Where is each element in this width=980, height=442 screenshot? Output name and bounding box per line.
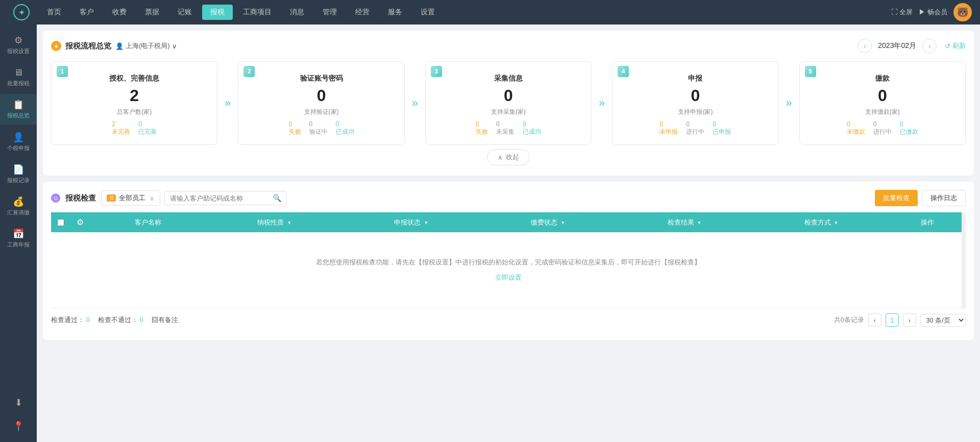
tax-check-title: 报税检查: [65, 193, 96, 203]
batch-check-button[interactable]: 批量检查: [875, 190, 918, 206]
nav-item-operation[interactable]: 经营: [347, 5, 378, 20]
download-icon: ⬇: [13, 397, 24, 408]
step-stats-2: 0 失败 0 验证中 0 已成功: [289, 120, 354, 136]
refresh-label: 刷新: [952, 41, 966, 51]
sidebar-item-tax-settings[interactable]: ⚙ 报税设置: [0, 30, 37, 60]
refresh-button[interactable]: ↺ 刷新: [945, 41, 966, 51]
search-box: 🔍: [164, 191, 287, 205]
tax-overview-icon: 📋: [13, 99, 24, 110]
header-client-name: 客户名称: [90, 212, 206, 232]
nav-item-home[interactable]: 首页: [39, 5, 69, 20]
sidebar-item-download[interactable]: ⬇: [0, 392, 37, 413]
step4-stat-ok: 0 已申报: [713, 120, 731, 136]
date-next-button[interactable]: ›: [922, 39, 937, 53]
pass-value[interactable]: 0: [86, 316, 90, 324]
search-input[interactable]: [170, 194, 273, 202]
membership-btn[interactable]: ▶ 畅会员: [919, 8, 947, 17]
page-next-button[interactable]: ›: [903, 313, 916, 327]
sidebar-item-location[interactable]: 📍: [0, 415, 37, 437]
step-num-4: 4: [618, 66, 629, 77]
step-sub-1: 总客户数(家): [117, 108, 152, 116]
batch-tax-icon: 🖥: [13, 67, 24, 78]
scrollbar-track[interactable]: [962, 212, 966, 308]
step4-stat-mid: 0 进行中: [686, 120, 704, 136]
flow-steps: 1 授权、完善信息 2 总客户数(家) 2 未完善 0 已完善: [51, 61, 966, 145]
step-num-1: 1: [57, 66, 68, 77]
select-all-checkbox[interactable]: [57, 219, 64, 226]
operation-log-button[interactable]: 操作日志: [922, 190, 966, 206]
nav-item-client[interactable]: 客户: [71, 5, 102, 20]
pass-label: 检查通过： 0: [51, 315, 90, 325]
personal-tax-icon: 👤: [13, 132, 24, 143]
step-count-4: 0: [691, 87, 700, 104]
table-settings-button[interactable]: ⚙: [77, 217, 84, 227]
nav-item-business[interactable]: 工商项目: [235, 5, 280, 20]
step5-stat-fail: 0 未缴款: [847, 120, 865, 136]
flow-step-2: 2 验证账号密码 0 支持验证(家) 0 失败 0 验证中: [238, 61, 404, 145]
check-method-filter-icon[interactable]: ▾: [835, 219, 838, 226]
location-selector[interactable]: 👤 上海(电子税局) ∨: [115, 41, 177, 51]
location-chevron-icon: ∨: [172, 42, 177, 50]
nav-item-invoice[interactable]: 票据: [137, 5, 167, 20]
nav-item-manage[interactable]: 管理: [314, 5, 345, 20]
nav-item-message[interactable]: 消息: [282, 5, 312, 20]
sidebar-item-batch-tax[interactable]: 🖥 批量报税: [0, 62, 37, 92]
report-status-filter-icon[interactable]: ▾: [425, 219, 428, 226]
membership-icon: ▶: [919, 8, 925, 16]
sidebar-item-tax-records[interactable]: 📄 报税记录: [0, 159, 37, 189]
header-settings-cell: ⚙: [70, 212, 90, 232]
step1-stat-fail: 2 未完善: [112, 120, 130, 136]
date-prev-button[interactable]: ‹: [857, 39, 872, 53]
step-title-3: 采集信息: [494, 74, 523, 83]
nav-item-tax[interactable]: 报税: [202, 5, 233, 20]
nav-item-service[interactable]: 服务: [380, 5, 410, 20]
empty-state-row: 若您想使用报税检查功能，请先在【报税设置】中进行报税的初始化设置，完成密码验证和…: [51, 232, 966, 308]
step-num-5: 5: [805, 66, 816, 77]
flow-title-icon: +: [51, 41, 61, 51]
check-result-filter-icon[interactable]: ▾: [698, 219, 701, 226]
fullscreen-btn[interactable]: ⛶ 全屏: [891, 8, 913, 17]
step-sub-5: 支持缴款(家): [865, 108, 900, 116]
sidebar-item-tax-overview[interactable]: 📋 报税总览: [0, 94, 37, 124]
note-label: 囧有备注: [152, 315, 178, 325]
nav-item-accounting[interactable]: 记账: [169, 5, 200, 20]
step1-stat-ok: 0 已完善: [138, 120, 157, 136]
nav-item-settings[interactable]: 设置: [412, 5, 443, 20]
sidebar-label-tax-settings: 报税设置: [7, 48, 30, 55]
empty-state-cell: 若您想使用报税检查功能，请先在【报税设置】中进行报税的初始化设置，完成密码验证和…: [51, 232, 966, 308]
flow-arrow-2: »: [405, 61, 425, 145]
step-count-1: 2: [130, 87, 139, 104]
nav-item-fee[interactable]: 收费: [104, 5, 135, 20]
avatar[interactable]: 🐻: [953, 3, 972, 21]
page-prev-button[interactable]: ‹: [868, 313, 881, 327]
tax-nature-filter-icon[interactable]: ▾: [288, 219, 291, 226]
collapse-icon: ∧: [498, 154, 503, 161]
staff-label: 全部员工: [119, 193, 145, 203]
filter-bar: 员 全部员工 ∨ 🔍: [101, 190, 870, 206]
flow-arrow-1: »: [217, 61, 238, 145]
step3-stat-ok: 0 已成功: [523, 120, 541, 136]
sidebar-label-annual-report: 工商年报: [7, 241, 30, 248]
payment-status-filter-icon[interactable]: ▾: [561, 219, 565, 226]
step-num-2: 2: [243, 66, 255, 77]
search-icon[interactable]: 🔍: [273, 194, 281, 202]
flow-step-3: 3 采集信息 0 支持采集(家) 0 失败 0 未采集: [425, 61, 592, 145]
per-page-select[interactable]: 30 条/页50 条/页100 条/页: [920, 314, 966, 327]
step5-stat-mid: 0 进行中: [873, 120, 892, 136]
flow-step-5: 5 缴款 0 支持缴款(家) 0 未缴款 0 进行中: [799, 61, 966, 145]
staff-selector[interactable]: 员 全部员工 ∨: [101, 190, 160, 206]
top-nav-right: ⛶ 全屏 ▶ 畅会员 🐻: [891, 3, 972, 21]
footer-right: 共0条记录 ‹ 1 › 30 条/页50 条/页100 条/页: [834, 313, 966, 327]
step-count-3: 0: [504, 87, 513, 104]
flow-title: 报税流程总览: [65, 41, 111, 51]
sidebar-item-personal-tax[interactable]: 👤 个税申报: [0, 127, 37, 157]
sidebar-item-annual-report[interactable]: 📅 工商年报: [0, 223, 37, 253]
setup-link[interactable]: 立即设置: [495, 274, 522, 281]
sidebar-item-annual-settlement[interactable]: 💰 汇算清缴: [0, 191, 37, 221]
action-buttons: 批量检查 操作日志: [875, 190, 966, 206]
fail-value[interactable]: 0: [139, 316, 143, 324]
refresh-icon: ↺: [945, 42, 950, 50]
empty-message: 若您想使用报税检查功能，请先在【报税设置】中进行报税的初始化设置，完成密码验证和…: [57, 258, 960, 267]
step-stats-5: 0 未缴款 0 进行中 0 已缴款: [847, 120, 918, 136]
collapse-button[interactable]: ∧ 收起: [487, 149, 530, 165]
